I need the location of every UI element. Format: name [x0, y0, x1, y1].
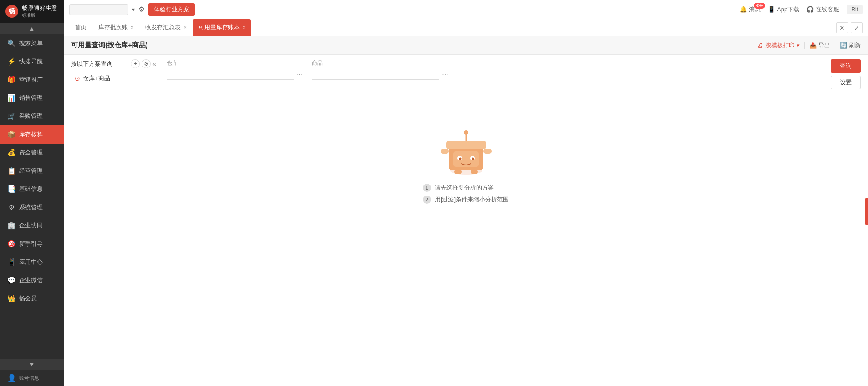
- sidebar-item-label: 基础信息: [19, 185, 43, 193]
- sidebar-item-finance[interactable]: 💰 资金管理: [0, 144, 64, 162]
- print-label: 按模板打印: [765, 41, 795, 50]
- sidebar-item-search[interactable]: 🔍 搜索菜单: [0, 34, 64, 52]
- tab-batch-account[interactable]: 库存批次账 ×: [93, 19, 139, 36]
- filter-scheme-panel: 按以下方案查询 + ⚙ « ⊙ 仓库+商品: [71, 59, 162, 85]
- sidebar-item-label: 搜索菜单: [19, 39, 43, 47]
- sidebar-item-shortcut[interactable]: ⚡ 快捷导航: [0, 52, 64, 71]
- app-download-btn[interactable]: 📱 App下载: [768, 5, 799, 14]
- sidebar: 畅 畅康通好生意 标准版 ▲ 🔍 搜索菜单 ⚡ 快捷导航 🎁 营销推广 📊 销售…: [0, 0, 64, 386]
- tab-home[interactable]: 首页: [69, 19, 92, 36]
- scroll-up-btn[interactable]: ▲: [0, 23, 64, 34]
- scroll-down-btn[interactable]: ▼: [0, 359, 64, 370]
- user-display-name: Rit: [851, 6, 858, 13]
- hint-text-2: 用[过滤]条件来缩小分析范围: [435, 196, 509, 204]
- filter-settings-btn[interactable]: 设置: [831, 76, 861, 89]
- hint-num-2: 2: [423, 196, 431, 204]
- scheme-icon: ⊙: [75, 75, 80, 82]
- sidebar-item-newbie[interactable]: 🎯 新手引导: [0, 235, 64, 253]
- page-header: 可用量查询(按仓库+商品) 🖨 按模板打印 ▾ 📤 导出 🔄 刷新: [64, 36, 868, 55]
- sidebar-item-operations[interactable]: 📋 经营管理: [0, 162, 64, 180]
- warehouse-input[interactable]: [167, 69, 294, 80]
- app-name-block: 畅康通好生意 标准版: [22, 5, 57, 18]
- refresh-label: 刷新: [849, 41, 861, 50]
- sidebar-item-label: 库存核算: [19, 130, 43, 139]
- svg-rect-13: [471, 170, 478, 174]
- tab-bar: 首页 库存批次账 × 收发存汇总表 × 可用量库存账本 × ✕ ⤢: [64, 19, 868, 36]
- collapse-scheme-btn[interactable]: «: [152, 59, 156, 68]
- svg-rect-3: [453, 151, 479, 167]
- export-label: 导出: [818, 41, 830, 50]
- export-icon: 📤: [809, 42, 817, 49]
- svg-rect-10: [441, 149, 449, 154]
- goods-input-row: ···: [312, 69, 448, 80]
- goods-input[interactable]: [312, 69, 439, 80]
- page-title: 可用量查询(按仓库+商品): [71, 41, 148, 50]
- tab-available-close[interactable]: ×: [243, 25, 245, 30]
- online-service-btn[interactable]: 🎧 在线客服: [807, 5, 839, 14]
- sidebar-header: 畅 畅康通好生意 标准版: [0, 0, 64, 23]
- sidebar-item-label: 企业微信: [19, 276, 43, 284]
- sidebar-item-enterprise[interactable]: 🏢 企业协同: [0, 216, 64, 235]
- add-scheme-btn[interactable]: +: [131, 59, 140, 68]
- tab-batch-close[interactable]: ×: [131, 25, 133, 30]
- print-dropdown-icon[interactable]: ▾: [797, 42, 800, 49]
- app-edition: 标准版: [22, 12, 57, 18]
- chat-icon: 💬: [7, 276, 15, 284]
- sidebar-item-label: 企业协同: [19, 221, 43, 230]
- manage-scheme-btn[interactable]: ⚙: [142, 59, 151, 68]
- global-search-input[interactable]: [69, 4, 128, 15]
- clipboard-icon: 📋: [7, 167, 15, 175]
- message-btn[interactable]: 🔔 消息 99+: [740, 5, 761, 14]
- sidebar-item-label: 畅会员: [19, 294, 37, 303]
- empty-state: 1 请先选择要分析的方案 2 用[过滤]条件来缩小分析范围: [64, 94, 868, 231]
- industry-solution-btn[interactable]: 体验行业方案: [148, 3, 195, 16]
- main-area: ▾ ⚙ 体验行业方案 🔔 消息 99+ 📱 App下载 🎧 在线客服 Rit: [64, 0, 868, 386]
- sidebar-item-sales[interactable]: 📊 销售管理: [0, 89, 64, 107]
- scheme-title: 按以下方案查询: [71, 60, 112, 68]
- svg-rect-2: [446, 141, 486, 149]
- svg-point-9: [464, 130, 468, 135]
- top-bar: ▾ ⚙ 体验行业方案 🔔 消息 99+ 📱 App下载 🎧 在线客服 Rit: [64, 0, 868, 19]
- divider: [804, 42, 805, 49]
- sidebar-item-purchase[interactable]: 🛒 采购管理: [0, 107, 64, 125]
- settings-icon-btn[interactable]: ⚙: [138, 5, 145, 14]
- sidebar-item-inventory[interactable]: 📦 库存核算: [0, 125, 64, 144]
- app-logo: 畅: [5, 5, 18, 18]
- gift-icon: 🎁: [7, 76, 15, 84]
- warehouse-field: 仓库 ···: [167, 59, 303, 80]
- export-btn[interactable]: 📤 导出: [809, 41, 830, 50]
- phone-icon: 📱: [768, 6, 775, 13]
- goods-more-btn[interactable]: ···: [442, 70, 448, 78]
- warehouse-more-btn[interactable]: ···: [297, 70, 303, 78]
- sidebar-item-member[interactable]: 👑 畅会员: [0, 289, 64, 308]
- expand-tab-btn[interactable]: ⤢: [851, 22, 863, 33]
- sidebar-item-basic-info[interactable]: 📑 基础信息: [0, 180, 64, 198]
- query-btn[interactable]: 查询: [831, 59, 861, 73]
- svg-rect-12: [454, 170, 462, 174]
- close-tab-btn[interactable]: ✕: [836, 22, 848, 33]
- sidebar-user-label: 账号信息: [19, 375, 39, 381]
- tab-collect-summary[interactable]: 收发存汇总表 ×: [140, 19, 192, 36]
- sidebar-item-marketing[interactable]: 🎁 营销推广: [0, 71, 64, 89]
- divider2: [835, 42, 835, 49]
- lightning-icon: ⚡: [7, 57, 15, 66]
- tab-available-qty[interactable]: 可用量库存账本 ×: [193, 19, 251, 36]
- sidebar-item-app-center[interactable]: 📱 应用中心: [0, 253, 64, 271]
- user-profile-btn[interactable]: Rit: [847, 5, 863, 14]
- tab-collect-close[interactable]: ×: [183, 25, 186, 30]
- action-buttons: 查询 设置: [831, 59, 861, 89]
- sidebar-item-label: 资金管理: [19, 149, 43, 157]
- sidebar-item-label: 应用中心: [19, 258, 43, 266]
- empty-hint-2: 2 用[过滤]条件来缩小分析范围: [423, 196, 509, 204]
- msg-badge: 99+: [754, 3, 765, 9]
- filter-fields: 仓库 ··· 商品 ···: [167, 59, 826, 80]
- scheme-item-warehouse-goods[interactable]: ⊙ 仓库+商品: [71, 72, 156, 85]
- print-btn[interactable]: 🖨 按模板打印 ▾: [757, 41, 800, 50]
- box-icon: 📦: [7, 130, 15, 139]
- svg-rect-11: [483, 149, 492, 154]
- sidebar-item-wechat[interactable]: 💬 企业微信: [0, 271, 64, 289]
- refresh-btn[interactable]: 🔄 刷新: [840, 41, 861, 50]
- search-dropdown-btn[interactable]: ▾: [132, 6, 135, 13]
- sidebar-item-label: 经营管理: [19, 167, 43, 175]
- sidebar-item-system[interactable]: ⚙ 系统管理: [0, 198, 64, 216]
